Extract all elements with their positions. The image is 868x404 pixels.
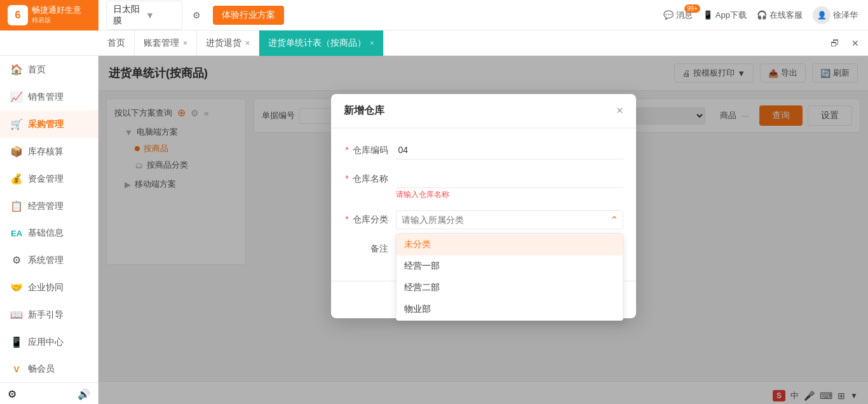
logo-sub: 精易版 — [32, 16, 81, 25]
sidebar-item-sales[interactable]: 📈 销售管理 — [0, 83, 98, 111]
sidebar-collapse-icon[interactable]: 🔊 — [78, 388, 90, 400]
sidebar-item-member-label: 畅会员 — [28, 363, 55, 375]
add-warehouse-dialog: 新增仓库 × * 仓库编码 — [331, 94, 636, 318]
sidebar-item-basic-info-label: 基础信息 — [28, 227, 64, 239]
logo-area: 6 畅捷通好生意 精易版 — [0, 0, 98, 30]
sidebar-item-system[interactable]: ⚙ 系统管理 — [0, 246, 98, 274]
sidebar-item-app-center-label: 应用中心 — [28, 337, 64, 348]
sidebar-bottom: ⚙ 🔊 — [0, 382, 98, 404]
online-service-label: 在线客服 — [770, 10, 803, 21]
tab-accounts[interactable]: 账套管理 × — [135, 30, 197, 56]
tab-purchase-return[interactable]: 进货退货 × — [197, 30, 259, 56]
app-download-label: App下载 — [715, 10, 747, 21]
warehouse-code-row: * 仓库编码 — [344, 141, 623, 159]
trial-button[interactable]: 体验行业方案 — [213, 6, 284, 25]
sidebar-item-home[interactable]: 🏠 首页 — [0, 56, 98, 83]
content-area: 进货单统计(按商品) 🖨 按模板打印 ▼ 📤 导出 🔄 刷新 — [98, 56, 868, 404]
sidebar-item-member[interactable]: V 畅会员 — [0, 356, 98, 382]
sidebar-item-operations[interactable]: 📋 经营管理 — [0, 192, 98, 220]
tab-accounts-close[interactable]: × — [183, 39, 187, 48]
sidebar-item-operations-label: 经营管理 — [28, 201, 64, 212]
tab-restore-btn[interactable]: 🗗 — [827, 36, 843, 51]
warehouse-category-input[interactable] — [396, 210, 623, 229]
warehouse-category-value: ⌃ 未分类 经营一部 经营二部 物业部 — [396, 210, 623, 229]
warehouse-code-value — [396, 141, 623, 159]
dialog-title: 新增仓库 — [344, 104, 384, 118]
sidebar-item-purchase[interactable]: 🛒 采购管理 — [0, 111, 98, 138]
store-name: 日太阳膜 — [113, 4, 143, 27]
warehouse-code-input[interactable] — [396, 141, 623, 159]
warehouse-name-value: 请输入仓库名称 — [396, 170, 623, 200]
tab-accounts-label: 账套管理 — [144, 37, 179, 49]
system-icon: ⚙ — [10, 254, 23, 266]
tab-purchase-return-close[interactable]: × — [245, 39, 250, 48]
purchase-icon: 🛒 — [10, 118, 23, 130]
sidebar-item-purchase-label: 采购管理 — [28, 119, 64, 130]
sidebar-item-home-label: 首页 — [28, 64, 46, 76]
category-option-1[interactable]: 经营一部 — [397, 255, 623, 277]
category-option-3[interactable]: 物业部 — [397, 299, 623, 320]
dialog-close-btn[interactable]: × — [616, 104, 623, 118]
logo-name: 畅捷通好生意 — [32, 5, 81, 16]
app-download[interactable]: 📱 App下载 — [703, 10, 747, 21]
sidebar-item-app-center[interactable]: 📱 应用中心 — [0, 328, 98, 356]
app-center-icon: 📱 — [10, 336, 23, 348]
user-name: 徐泽华 — [833, 10, 858, 21]
warehouse-category-label: * 仓库分类 — [344, 210, 388, 226]
tab-purchase-stats-close[interactable]: × — [370, 39, 374, 48]
user-menu[interactable]: 👤 徐泽华 — [813, 6, 858, 24]
category-option-0[interactable]: 未分类 — [397, 234, 623, 255]
settings-icon[interactable]: ⚙ — [187, 6, 205, 24]
operations-icon: 📋 — [10, 200, 23, 212]
remark-label: 备注 — [344, 239, 388, 255]
sidebar-item-finance[interactable]: 💰 资金管理 — [0, 165, 98, 192]
tab-purchase-return-label: 进货退货 — [206, 37, 241, 49]
sidebar-item-basic-info[interactable]: EA 基础信息 — [0, 220, 98, 246]
sidebar-item-sales-label: 销售管理 — [28, 91, 64, 103]
warehouse-name-row: * 仓库名称 请输入仓库名称 — [344, 170, 623, 200]
sales-icon: 📈 — [10, 91, 23, 103]
warehouse-code-label: * 仓库编码 — [344, 141, 388, 156]
modal-overlay: 新增仓库 × * 仓库编码 — [98, 56, 868, 404]
basic-info-icon: EA — [10, 229, 23, 238]
sidebar-item-enterprise[interactable]: 🤝 企业协同 — [0, 274, 98, 301]
inventory-icon: 📦 — [10, 145, 23, 158]
warehouse-name-error: 请输入仓库名称 — [396, 189, 623, 200]
tab-purchase-stats-label: 进货单统计表（按商品） — [268, 37, 366, 49]
tab-purchase-stats[interactable]: 进货单统计表（按商品） × — [259, 30, 384, 56]
warehouse-name-input[interactable] — [396, 170, 623, 188]
tab-home-label: 首页 — [107, 37, 125, 49]
category-option-2[interactable]: 经营二部 — [397, 277, 623, 299]
sidebar: 🏠 首页 📈 销售管理 🛒 采购管理 📦 库存核算 💰 资金管理 📋 经营管理 … — [0, 56, 98, 404]
sidebar-item-enterprise-label: 企业协同 — [28, 282, 64, 293]
sidebar-item-guide-label: 新手引导 — [28, 309, 64, 321]
sidebar-item-system-label: 系统管理 — [28, 255, 64, 266]
home-icon: 🏠 — [10, 64, 23, 76]
avatar: 👤 — [813, 6, 831, 24]
sidebar-item-inventory[interactable]: 📦 库存核算 — [0, 138, 98, 165]
category-dropdown: 未分类 经营一部 经营二部 物业部 — [396, 233, 623, 321]
tab-home[interactable]: 首页 — [98, 30, 135, 56]
sidebar-item-inventory-label: 库存核算 — [28, 146, 64, 158]
enterprise-icon: 🤝 — [10, 281, 23, 293]
sidebar-item-guide[interactable]: 📖 新手引导 — [0, 301, 98, 328]
store-dropdown-icon: ▼ — [146, 10, 175, 20]
guide-icon: 📖 — [10, 309, 23, 321]
sidebar-item-finance-label: 资金管理 — [28, 173, 64, 185]
message-icon[interactable]: 💬 消息 99+ — [663, 10, 693, 21]
logo-icon: 6 — [8, 5, 28, 25]
online-service[interactable]: 🎧 在线客服 — [757, 10, 803, 21]
store-selector[interactable]: 日太阳膜 ▼ — [106, 1, 182, 30]
dialog-header: 新增仓库 × — [331, 94, 636, 128]
nav-tabs: 首页 账套管理 × 进货退货 × 进货单统计表（按商品） × 🗗 ✕ — [0, 30, 868, 56]
warehouse-name-label: * 仓库名称 — [344, 170, 388, 185]
tab-close-all-btn[interactable]: ✕ — [848, 36, 863, 51]
dialog-body: * 仓库编码 * 仓库名称 — [331, 128, 636, 281]
warehouse-category-row: * 仓库分类 ⌃ 未分类 经营一部 经营二部 物业部 — [344, 210, 623, 229]
finance-icon: 💰 — [10, 173, 23, 185]
message-badge: 99+ — [684, 4, 700, 13]
member-icon: V — [10, 365, 23, 374]
sidebar-settings-icon[interactable]: ⚙ — [8, 388, 17, 400]
